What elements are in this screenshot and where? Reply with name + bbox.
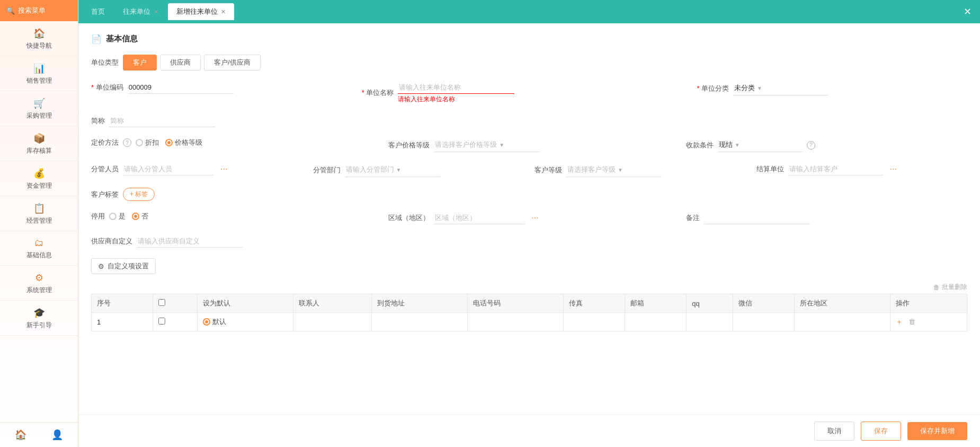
cell-operations: ＋ 🗑 [890,313,967,331]
sidebar-item-basic-info[interactable]: 🗂基础信息 [0,231,78,266]
tab-label-partner: 往来单位 [123,7,150,16]
sidebar-item-system[interactable]: ⚙系统管理 [0,266,78,301]
th-7: 邮箱 [625,294,686,313]
tab-close-new-partner[interactable]: ✕ [221,8,226,15]
unit-type-btn-customer[interactable]: 客户 [123,55,157,71]
radio-default-label: 默认 [212,317,226,327]
search-menu[interactable]: 🔍 搜索菜单 [0,0,78,21]
th-4: 到货地址 [372,294,468,313]
manager-label: 分管人员 [91,164,119,174]
custom-settings-button[interactable]: ⚙ 自定义项设置 [91,258,156,274]
sidebar-item-finance[interactable]: 💰资金管理 [0,161,78,196]
section-title: 基本信息 [106,34,138,44]
customer-level-field: 客户等级 请选择客户等级 ▼ [534,163,746,177]
batch-delete-button[interactable]: 🗑 批量删除 [933,283,967,292]
customer-tag-label: 客户标签 [91,190,119,199]
cell-region [795,313,890,331]
manager-more-btn[interactable]: ··· [218,164,229,174]
remark-input[interactable] [704,212,810,224]
unit-type-group: 客户供应商客户/供应商 [123,55,261,71]
delete-row-icon[interactable]: 🗑 [908,318,915,326]
unit-category-label: 单位分类 [697,84,729,93]
manager-row: 分管人员 ··· 分管部门 请输入分管部门 ▼ 客户等级 请选择客户等级 ▼ 结… [91,163,967,177]
pricing-help-icon[interactable]: ? [123,138,131,147]
sidebar-label-basic-info: 基础信息 [26,251,52,260]
user-icon[interactable]: 👤 [49,427,65,443]
short-name-input[interactable] [109,115,215,127]
table-actions: 🗑 批量删除 [91,283,967,292]
manager-input[interactable] [123,163,214,176]
radio-discount[interactable]: 折扣 [136,138,159,147]
save-button[interactable]: 保存 [861,422,901,441]
sidebar-item-newbie[interactable]: 🎓新手引导 [0,301,78,336]
unit-category-select[interactable]: 未分类 ▼ [733,81,828,95]
tab-close-partner[interactable]: ✕ [154,8,158,15]
radio-discount-label: 折扣 [145,138,159,147]
tab-partner[interactable]: 往来单位✕ [114,3,167,20]
unit-type-btn-both[interactable]: 客户/供应商 [204,55,261,71]
add-row-icon[interactable]: ＋ [896,318,903,326]
payment-terms-label: 收款条件 [686,141,714,150]
cell-phone [468,313,564,331]
radio-yes-label: 是 [119,212,126,221]
sidebar-label-inventory: 库存核算 [26,146,52,155]
settlement-unit-field: 结算单位 ··· [756,163,968,176]
sidebar: 🔍 搜索菜单 🏠快捷导航📊销售管理🛒采购管理📦库存核算💰资金管理📋经营管理🗂基础… [0,0,78,447]
region-input[interactable] [434,212,525,224]
cell-fax [563,313,625,331]
payment-terms-field: 收款条件 现结 ▼ ? [686,138,967,152]
radio-yes[interactable]: 是 [109,212,126,221]
short-name-row: 简称 [91,115,967,127]
sidebar-item-quick-nav[interactable]: 🏠快捷导航 [0,21,78,56]
payment-terms-select[interactable]: 现结 ▼ [718,138,803,152]
radio-no[interactable]: 否 [132,212,148,221]
sidebar-item-operations[interactable]: 📋经营管理 [0,196,78,231]
settlement-unit-input[interactable] [788,163,884,176]
cell-no: 1 [92,313,153,331]
region-more-btn[interactable]: ··· [529,213,540,223]
select-all-checkbox[interactable] [158,299,165,306]
unit-category-value: 未分类 [734,83,755,93]
supplier-custom-input[interactable] [137,235,243,248]
sidebar-item-sales[interactable]: 📊销售管理 [0,56,78,91]
tab-new-partner[interactable]: 新增往来单位✕ [168,3,234,20]
customer-price-level-select[interactable]: 请选择客户价格等级 ▼ [434,138,540,152]
unit-code-input[interactable] [128,81,234,94]
customer-price-level-field: 客户价格等级 请选择客户价格等级 ▼ [388,138,670,152]
add-tag-button[interactable]: + 标签 [123,188,155,201]
settlement-more-btn[interactable]: ··· [888,164,899,174]
unit-name-input[interactable] [398,81,514,94]
customer-tag-row: 客户标签 + 标签 [91,188,967,201]
short-name-label: 简称 [91,116,105,126]
th-1 [153,294,198,313]
sidebar-label-system: 系统管理 [26,286,52,295]
department-select[interactable]: 请输入分管部门 ▼ [345,163,440,177]
radio-no-circle [132,213,139,220]
contact-table: 序号设为默认联系人到货地址电话号码传真邮箱qq微信所在地区操作 1 默认 [91,294,967,331]
region-label: 区域（地区） [388,213,430,223]
radio-price-level[interactable]: 价格等级 [165,138,202,147]
customer-level-select[interactable]: 请选择客户等级 ▼ [566,163,662,177]
disabled-field: 停用 是 否 [91,212,372,221]
sidebar-item-inventory[interactable]: 📦库存核算 [0,126,78,161]
department-field: 分管部门 请输入分管部门 ▼ [313,163,524,177]
close-all-tabs[interactable]: ✕ [959,4,976,20]
footer: 取消 保存 保存并新增 [78,415,980,447]
tab-home[interactable]: 首页 [83,3,113,20]
cell-wechat [733,313,794,331]
cell-checkbox[interactable] [153,313,198,331]
chevron-down-icon3: ▼ [735,142,740,148]
cancel-button[interactable]: 取消 [814,422,854,441]
home-icon[interactable]: 🏠 [13,427,29,443]
th-6: 传真 [563,294,625,313]
payment-help-icon[interactable]: ? [807,141,815,150]
sidebar-item-purchase[interactable]: 🛒采购管理 [0,91,78,126]
customer-level-placeholder: 请选择客户等级 [567,165,616,174]
unit-type-label: 单位类型 [91,58,119,67]
sidebar-label-purchase: 采购管理 [26,111,52,120]
pricing-row: 定价方法 ? 折扣 价格等级 客户价格等级 [91,138,967,152]
th-11: 操作 [890,294,967,313]
unit-type-btn-supplier[interactable]: 供应商 [160,55,201,71]
save-new-button[interactable]: 保存并新增 [907,422,967,440]
radio-default[interactable]: 默认 [203,317,288,327]
